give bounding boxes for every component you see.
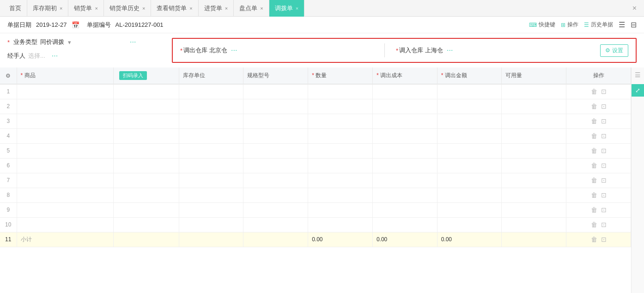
tab-sales-history-close[interactable]: ×	[142, 6, 145, 11]
delete-icon[interactable]: 🗑	[591, 147, 597, 154]
amount-cell[interactable]	[437, 188, 502, 202]
th-gear[interactable]: ⚙	[0, 67, 17, 84]
tab-inventory-init[interactable]: 库存期初 ×	[27, 0, 68, 17]
product-cell[interactable]	[17, 188, 114, 202]
product-cell[interactable]	[17, 114, 114, 128]
cost-cell[interactable]	[372, 128, 437, 143]
delete-icon[interactable]: 🗑	[591, 191, 597, 199]
cost-cell[interactable]	[372, 114, 437, 128]
copy-icon[interactable]: ⊡	[601, 177, 607, 184]
product-cell[interactable]	[17, 173, 114, 188]
unit-cell[interactable]	[179, 143, 243, 158]
product-cell[interactable]	[17, 128, 114, 143]
spec-cell[interactable]	[243, 158, 308, 173]
layout2-button[interactable]: ⊟	[631, 20, 637, 29]
tab-sales-history[interactable]: 销货单历史 ×	[104, 0, 151, 17]
delete-icon[interactable]: 🗑	[591, 177, 597, 184]
cost-cell[interactable]	[372, 143, 437, 158]
copy-icon[interactable]: ⊡	[601, 88, 607, 95]
product-cell[interactable]	[17, 202, 114, 217]
cost-cell[interactable]	[372, 173, 437, 188]
sidebar-list-icon[interactable]: ☰	[633, 69, 643, 80]
cost-cell[interactable]	[372, 99, 437, 114]
tab-transfer-order[interactable]: 调拨单 ×	[269, 0, 304, 17]
cost-cell[interactable]	[372, 202, 437, 217]
person-select[interactable]: 选择...	[28, 52, 45, 60]
gear-icon[interactable]: ⚙	[6, 73, 11, 79]
qty-cell[interactable]	[308, 84, 373, 99]
business-type-arrow[interactable]: ▾	[68, 39, 71, 46]
calendar-icon[interactable]: 📅	[72, 21, 79, 29]
delete-icon[interactable]: 🗑	[591, 162, 597, 169]
unit-cell[interactable]	[179, 158, 243, 173]
spec-cell[interactable]	[243, 99, 308, 114]
qty-cell[interactable]	[308, 114, 373, 128]
shortcuts-button[interactable]: ⌨ 快捷键	[529, 21, 555, 29]
tab-inventory-init-close[interactable]: ×	[60, 6, 62, 11]
copy-icon[interactable]: ⊡	[601, 103, 607, 110]
qty-cell[interactable]	[308, 158, 373, 173]
unit-cell[interactable]	[179, 202, 243, 217]
tab-inventory-count-close[interactable]: ×	[260, 6, 263, 11]
spec-cell[interactable]	[243, 217, 308, 232]
tab-sales-order-close[interactable]: ×	[95, 6, 97, 11]
copy-icon[interactable]: ⊡	[601, 162, 607, 169]
delete-icon[interactable]: 🗑	[591, 206, 597, 214]
copy-icon[interactable]: ⊡	[601, 221, 607, 228]
product-cell[interactable]	[17, 84, 114, 99]
spec-cell[interactable]	[243, 84, 308, 99]
sidebar-expand-icon[interactable]: ⤢	[632, 84, 644, 97]
tab-view-sales-close[interactable]: ×	[189, 6, 192, 11]
tab-home[interactable]: 首页	[4, 0, 27, 17]
qty-cell[interactable]	[308, 217, 373, 232]
cost-cell[interactable]	[372, 217, 437, 232]
product-cell[interactable]	[17, 99, 114, 114]
copy-icon[interactable]: ⊡	[601, 132, 607, 140]
copy-icon[interactable]: ⊡	[601, 147, 607, 154]
product-cell[interactable]	[17, 143, 114, 158]
qty-cell[interactable]	[308, 202, 373, 217]
business-type-more[interactable]: ···	[130, 38, 136, 46]
copy-icon[interactable]: ⊡	[601, 191, 607, 199]
amount-cell[interactable]	[437, 99, 502, 114]
product-cell[interactable]	[17, 158, 114, 173]
copy-icon[interactable]: ⊡	[601, 206, 607, 214]
unit-cell[interactable]	[179, 188, 243, 202]
window-close-button[interactable]: ×	[629, 4, 640, 12]
layout1-button[interactable]: ☰	[619, 20, 625, 29]
cost-cell[interactable]	[372, 158, 437, 173]
amount-cell[interactable]	[437, 173, 502, 188]
tab-purchase-order[interactable]: 进货单 ×	[199, 0, 234, 17]
person-more[interactable]: ···	[52, 52, 58, 60]
transfer-out-more[interactable]: ···	[231, 46, 237, 55]
scan-button[interactable]: 扫码录入	[119, 71, 147, 80]
copy-icon[interactable]: ⊡	[601, 236, 607, 243]
unit-cell[interactable]	[179, 173, 243, 188]
tab-purchase-order-close[interactable]: ×	[225, 6, 228, 11]
unit-cell[interactable]	[179, 217, 243, 232]
transfer-in-more[interactable]: ···	[447, 46, 453, 55]
tab-inventory-count[interactable]: 盘点单 ×	[234, 0, 269, 17]
unit-cell[interactable]	[179, 128, 243, 143]
tab-transfer-order-close[interactable]: ×	[296, 6, 298, 11]
settings-button[interactable]: ⚙ 设置	[600, 44, 628, 57]
amount-cell[interactable]	[437, 84, 502, 99]
cost-cell[interactable]	[372, 84, 437, 99]
amount-cell[interactable]	[437, 128, 502, 143]
delete-icon[interactable]: 🗑	[591, 236, 597, 243]
delete-icon[interactable]: 🗑	[591, 221, 597, 228]
amount-cell[interactable]	[437, 143, 502, 158]
delete-icon[interactable]: 🗑	[591, 117, 597, 125]
delete-icon[interactable]: 🗑	[591, 88, 597, 95]
amount-cell[interactable]	[437, 114, 502, 128]
spec-cell[interactable]	[243, 114, 308, 128]
delete-icon[interactable]: 🗑	[591, 132, 597, 140]
copy-icon[interactable]: ⊡	[601, 117, 607, 125]
spec-cell[interactable]	[243, 173, 308, 188]
amount-cell[interactable]	[437, 202, 502, 217]
unit-cell[interactable]	[179, 84, 243, 99]
unit-cell[interactable]	[179, 99, 243, 114]
spec-cell[interactable]	[243, 188, 308, 202]
operations-button[interactable]: ⊞ 操作	[561, 21, 578, 29]
qty-cell[interactable]	[308, 188, 373, 202]
